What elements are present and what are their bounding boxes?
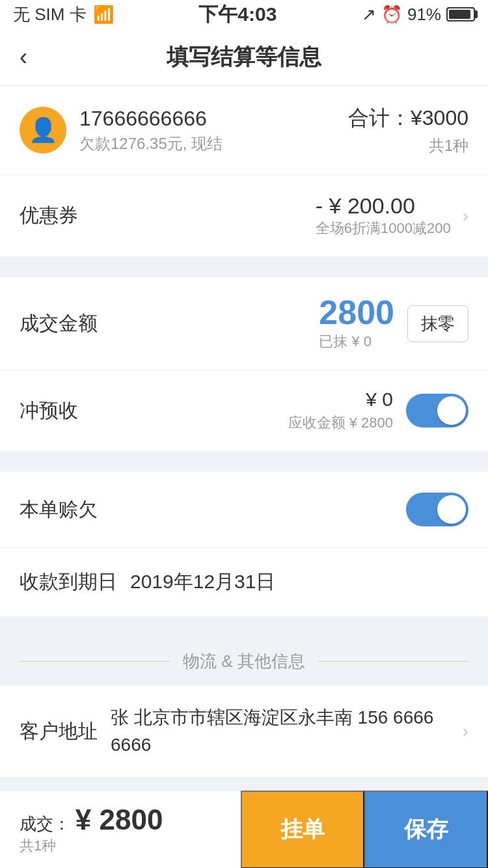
prepay-row: 冲预收 ¥ 0 应收金额 ¥ 2800 [0,370,488,451]
status-right: ↗ ⏰ 91% [362,5,475,25]
credit-row: 本单赊欠 [0,472,488,547]
status-left: 无 SIM 卡 📶 [13,3,114,26]
credit-toggle[interactable] [406,493,468,526]
credit-label: 本单赊欠 [20,496,98,523]
deal-card: 成交金额 2800 已抹 ¥ 0 抹零 冲预收 ¥ 0 应收金额 ¥ 2800 [0,277,488,451]
address-value: 张 北京市市辖区海淀区永丰南 156 6666 6666 [111,704,457,759]
prepay-amount: ¥ 0 [288,388,393,411]
duedate-value: 2019年12月31日 [130,569,275,595]
prepay-sub: 应收金额 ¥ 2800 [288,413,393,433]
header-line-left [20,661,170,662]
divider-1 [0,267,488,277]
header-line-right [318,661,468,662]
customer-total: 合计：¥3000 共1种 [348,104,468,156]
bottom-deal-amount: ¥ 2800 [75,804,163,835]
chevron-right-icon: › [463,206,468,226]
coupon-desc: 全场6折满1000减200 [316,219,451,238]
battery-percent: 91% [407,5,441,25]
deal-right: 2800 已抹 ¥ 0 抹零 [319,295,468,351]
customer-info: 17666666666 欠款1276.35元, 现结 [79,107,348,154]
divider-2 [0,461,488,472]
bottom-deal-label: 成交： [20,814,70,834]
hold-button[interactable]: 挂单 [241,791,364,869]
deal-amount: 2800 [319,295,394,329]
logistics-label: 物流 & 其他信息 [183,650,305,673]
avatar-icon: 👤 [29,116,58,144]
total-amount: 合计：¥3000 [348,104,468,133]
total-sub: 共1种 [348,135,468,156]
battery-icon [446,7,475,21]
wifi-icon: 📶 [93,5,114,25]
deal-sub: 已抹 ¥ 0 [319,332,394,351]
coupon-row[interactable]: 优惠券 - ¥ 200.00 全场6折满1000减200 › [0,174,488,256]
save-button[interactable]: 保存 [364,791,488,869]
status-bar: 无 SIM 卡 📶 下午4:03 ↗ ⏰ 91% [0,0,488,29]
deal-row: 成交金额 2800 已抹 ¥ 0 抹零 [0,277,488,370]
customer-row: 👤 17666666666 欠款1276.35元, 现结 合计：¥3000 共1… [0,86,488,174]
alarm-icon: ⏰ [381,5,402,25]
location-icon: ↗ [362,5,376,25]
logistics-section-header: 物流 & 其他信息 [0,637,488,686]
address-row[interactable]: 客户地址 张 北京市市辖区海淀区永丰南 156 6666 6666 › [0,686,488,777]
credit-card: 本单赊欠 收款到期日 2019年12月31日 [0,472,488,616]
header: ‹ 填写结算等信息 [0,29,488,86]
bottom-left: 成交： ¥ 2800 共1种 [0,804,241,856]
deal-label: 成交金额 [20,310,98,337]
bottom-deal-sub: 共1种 [20,836,221,856]
toggle-knob [437,396,466,425]
address-card: 客户地址 张 北京市市辖区海淀区永丰南 156 6666 6666 › [0,686,488,777]
prepay-label: 冲预收 [20,398,78,424]
coupon-right: - ¥ 200.00 全场6折满1000减200 › [316,193,468,238]
customer-sub: 欠款1276.35元, 现结 [79,133,348,154]
customer-phone: 17666666666 [79,107,348,131]
coupon-label: 优惠券 [20,202,78,229]
prepay-toggle[interactable] [406,394,468,427]
prepay-right: ¥ 0 应收金额 ¥ 2800 [288,388,468,433]
avatar: 👤 [20,107,66,154]
coupon-amount: - ¥ 200.00 [316,193,451,219]
time-label: 下午4:03 [198,1,277,28]
back-button[interactable]: ‹ [20,44,27,71]
bottom-bar: 成交： ¥ 2800 共1种 挂单 保存 [0,790,488,868]
customer-card: 👤 17666666666 欠款1276.35元, 现结 合计：¥3000 共1… [0,86,488,256]
carrier-label: 无 SIM 卡 [13,3,87,26]
address-label: 客户地址 [20,718,98,745]
address-chevron-icon: › [463,721,468,742]
duedate-label: 收款到期日 [20,569,117,595]
round-button[interactable]: 抹零 [407,305,468,342]
duedate-row: 收款到期日 2019年12月31日 [0,547,488,616]
divider-3 [0,627,488,637]
credit-toggle-knob [437,495,466,524]
page-title: 填写结算等信息 [167,42,321,72]
